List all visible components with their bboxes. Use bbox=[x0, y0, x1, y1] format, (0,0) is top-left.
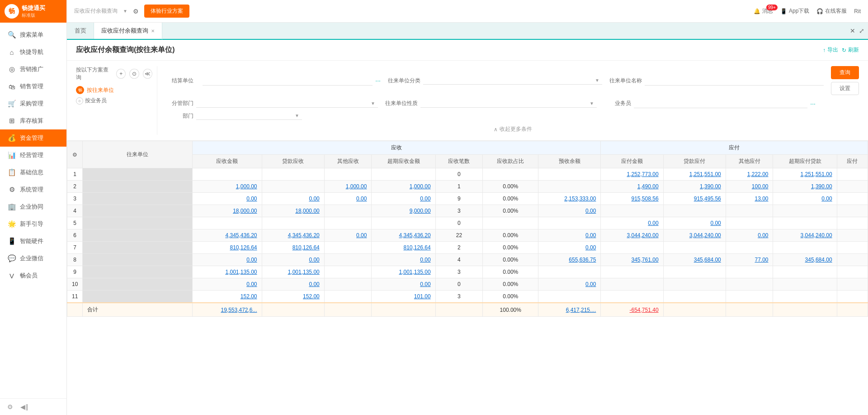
settings-button[interactable]: 设置 bbox=[831, 82, 859, 95]
unit-category-label: 往来单位分类 bbox=[388, 77, 420, 85]
tab-close-icon[interactable]: ✕ bbox=[151, 29, 155, 33]
page-header: 应收应付余额查询(按往来单位) ↑ 导出 ↻ 刷新 bbox=[67, 40, 868, 61]
filter-left: 按以下方案查询 + ⊙ ≪ 畅 按往来单位 ○ 按业务员 bbox=[76, 66, 157, 135]
partner-cell: ████████ bbox=[83, 181, 193, 193]
unit-nature-arrow-icon: ▼ bbox=[590, 101, 594, 106]
sidebar-item-enterprise[interactable]: 🏢 企业协同 bbox=[0, 198, 66, 215]
sidebar-item-vip[interactable]: V 畅会员 bbox=[0, 267, 66, 284]
data-table: ⚙ 往来单位 应收 应付 应收金额 贷款应收 其他应收 超期应收金额 应收笔数 … bbox=[67, 141, 868, 317]
sidebar-item-quicknav[interactable]: ⌂ 快捷导航 bbox=[0, 43, 66, 61]
settlement-unit-dots[interactable]: ··· bbox=[375, 77, 381, 84]
salesman-field: 业务员 ··· bbox=[604, 99, 816, 108]
sidebar-label-finance: 资金管理 bbox=[20, 134, 43, 142]
partner-cell: ████████ bbox=[83, 168, 193, 181]
prepayment-balance-header: 预收余额 bbox=[538, 155, 601, 168]
dept-charge-field: 分管部门 ▼ bbox=[166, 100, 378, 108]
settlement-unit-input[interactable] bbox=[203, 76, 373, 86]
dept-charge-select[interactable]: ▼ bbox=[196, 100, 378, 108]
table-container: ⚙ 往来单位 应收 应付 应收金额 贷款应收 其他应收 超期应收金额 应收笔数 … bbox=[67, 141, 868, 415]
filter-scheme-unit[interactable]: 畅 按往来单位 bbox=[76, 86, 152, 94]
action-buttons: 查询 设置 bbox=[831, 66, 859, 95]
sidebar-item-finance[interactable]: 💰 资金管理 bbox=[0, 129, 66, 147]
unit-nature-field: 往来单位性质 ▼ bbox=[385, 100, 597, 108]
download-icon: 📱 bbox=[780, 8, 787, 14]
filter-collapse-btn[interactable]: ∧ 收起更多条件 bbox=[166, 124, 859, 135]
headset-icon: 🎧 bbox=[816, 8, 823, 14]
sidebar-item-marketing[interactable]: ◎ 营销推广 bbox=[0, 61, 66, 78]
filter-collapse-button[interactable]: ≪ bbox=[143, 69, 152, 79]
partner-cell: ████████ bbox=[83, 291, 193, 303]
download-button[interactable]: 📱 App下载 bbox=[780, 7, 809, 15]
total-prepayment[interactable]: 6,417,215.... bbox=[538, 303, 601, 317]
total-receivable-amount[interactable]: 19,553,472,6... bbox=[193, 303, 262, 317]
service-button[interactable]: 🎧 在线客服 bbox=[816, 7, 847, 15]
export-button[interactable]: ↑ 导出 bbox=[823, 46, 838, 54]
salesman-dots[interactable]: ··· bbox=[810, 100, 816, 107]
tab-home[interactable]: 首页 bbox=[67, 23, 94, 39]
tab-balance[interactable]: 应收应付余额查询 ✕ bbox=[94, 23, 162, 40]
filter-row-3: 部门 ▼ bbox=[166, 112, 859, 120]
table-row: 4████████18,000.0018,000.009,000.0030.00… bbox=[67, 205, 868, 217]
partner-header: 往来单位 bbox=[83, 141, 193, 168]
unit-category-select[interactable]: ▼ bbox=[423, 76, 602, 85]
filter-add-button[interactable]: + bbox=[116, 69, 126, 79]
logo-title: 畅捷通买 bbox=[22, 4, 45, 12]
close-window-icon[interactable]: ✕ bbox=[850, 27, 855, 34]
total-payable-amount[interactable]: -654,751.40 bbox=[601, 303, 663, 317]
filter-inner: 按以下方案查询 + ⊙ ≪ 畅 按往来单位 ○ 按业务员 结 bbox=[76, 66, 859, 135]
sidebar-item-wechat[interactable]: 💬 企业微信 bbox=[0, 250, 66, 267]
notice-button[interactable]: 🔔 消息 99+ bbox=[754, 7, 773, 15]
sidebar-settings-btn[interactable]: ⚙ bbox=[7, 403, 13, 410]
refresh-button[interactable]: ↻ 刷新 bbox=[842, 46, 859, 54]
partner-cell: ████████ bbox=[83, 229, 193, 242]
partner-cell: ████████ bbox=[83, 205, 193, 217]
sidebar-item-warehouse[interactable]: ⊞ 库存核算 bbox=[0, 112, 66, 129]
page-actions: ↑ 导出 ↻ 刷新 bbox=[823, 46, 859, 54]
salesman-input[interactable] bbox=[634, 99, 807, 108]
settlement-unit-field: 结算单位 ··· bbox=[166, 76, 381, 86]
unit-category-field: 往来单位分类 ▼ bbox=[388, 76, 602, 85]
sidebar-item-purchase[interactable]: 🛒 采购管理 bbox=[0, 95, 66, 112]
maximize-icon[interactable]: ⤢ bbox=[859, 27, 864, 34]
sidebar-item-guide[interactable]: 🌟 新手引导 bbox=[0, 215, 66, 233]
promo-button[interactable]: 体验行业方案 bbox=[144, 5, 189, 18]
payable-amount-header: 应付金额 bbox=[601, 155, 663, 168]
filter-settings-button[interactable]: ⊙ bbox=[129, 69, 139, 79]
sidebar-item-basic[interactable]: 📋 基础信息 bbox=[0, 164, 66, 181]
chevron-down-icon: ▼ bbox=[123, 9, 127, 14]
user-menu[interactable]: Rit bbox=[854, 8, 861, 14]
filter-right: 结算单位 ··· 往来单位分类 ▼ 往来单位名称 bbox=[157, 66, 859, 135]
unit-nature-select[interactable]: ▼ bbox=[420, 100, 597, 108]
filter-row-1: 结算单位 ··· 往来单位分类 ▼ 往来单位名称 bbox=[166, 66, 859, 95]
sidebar-item-sales[interactable]: 🛍 销售管理 bbox=[0, 78, 66, 95]
topbar-right: 🔔 消息 99+ 📱 App下载 🎧 在线客服 Rit bbox=[754, 7, 861, 15]
partner-cell: ████████ bbox=[83, 266, 193, 278]
partner-cell: ████████ bbox=[83, 242, 193, 254]
gear-header[interactable]: ⚙ bbox=[67, 141, 83, 168]
table-row: 1████████01,252,773.001,251,551.001,222.… bbox=[67, 168, 868, 181]
filter-row-2: 分管部门 ▼ 往来单位性质 ▼ 业务员 bbox=[166, 99, 859, 108]
sidebar-item-search[interactable]: 🔍 搜索菜单 bbox=[0, 26, 66, 43]
unit-name-input[interactable] bbox=[645, 76, 824, 86]
table-row: 3████████0.000.000.000.0090.00%2,153,333… bbox=[67, 193, 868, 205]
logo-subtitle: 标准版 bbox=[22, 12, 45, 19]
sidebar-label-purchase: 采购管理 bbox=[20, 100, 43, 108]
sidebar-item-system[interactable]: ⚙ 系统管理 bbox=[0, 181, 66, 198]
sidebar-label-hardware: 智能硬件 bbox=[20, 237, 43, 245]
sidebar-item-operation[interactable]: 📊 经营管理 bbox=[0, 147, 66, 164]
hardware-icon: 📱 bbox=[7, 237, 16, 245]
topbar-breadcrumb: 应收应付余额查询 bbox=[74, 7, 118, 15]
sidebar-label-warehouse: 库存核算 bbox=[20, 117, 43, 125]
sidebar-bottom: ⚙ ◀‖ bbox=[0, 398, 66, 415]
filter-toolbar: 按以下方案查询 + ⊙ ≪ bbox=[76, 66, 152, 81]
department-label: 部门 bbox=[166, 112, 193, 120]
topbar-gear-icon[interactable]: ⚙ bbox=[133, 8, 139, 15]
department-select[interactable]: ▼ bbox=[196, 112, 302, 120]
unit-nature-label: 往来单位性质 bbox=[385, 100, 418, 107]
sidebar-item-hardware[interactable]: 📱 智能硬件 bbox=[0, 233, 66, 250]
filter-scheme-staff[interactable]: ○ 按业务员 bbox=[76, 97, 152, 105]
partner-cell: ████████ bbox=[83, 278, 193, 291]
query-button[interactable]: 查询 bbox=[831, 66, 859, 79]
sidebar-label-basic: 基础信息 bbox=[20, 168, 43, 176]
sidebar-collapse-btn[interactable]: ◀‖ bbox=[20, 403, 28, 410]
